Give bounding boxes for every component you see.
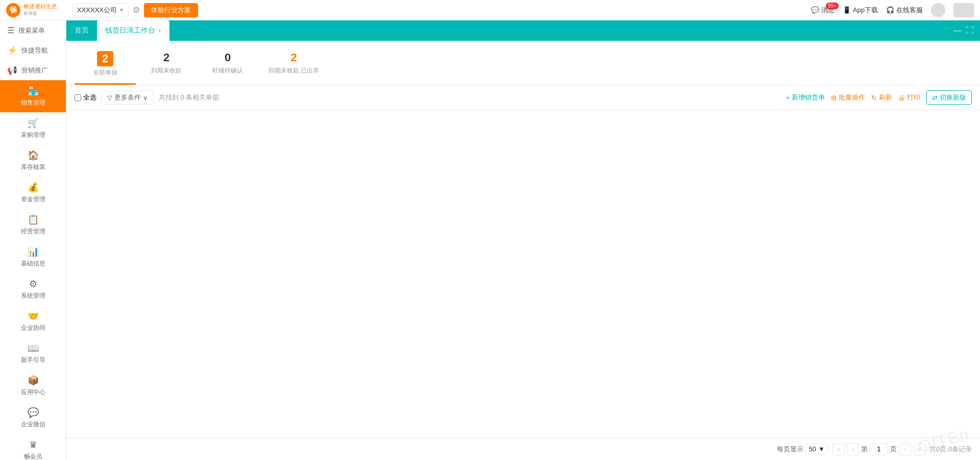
sidebar-item-marketing[interactable]: 📢 营销推广 <box>0 60 66 80</box>
sidebar-item-sales[interactable]: 🏪 销售管理 <box>0 80 66 112</box>
page-label: 第 <box>861 445 868 454</box>
sidebar-item-guide[interactable]: 📖 新手引导 <box>0 337 66 370</box>
add-btn-label: 新增销货单 <box>792 93 825 102</box>
company-selector[interactable]: XXXXXX公司 ▼ <box>72 3 129 17</box>
sidebar-item-app-center[interactable]: 📦 应用中心 <box>0 370 66 402</box>
sidebar-item-inventory[interactable]: 🏠 库存核算 <box>0 144 66 177</box>
page-nav: « ‹ 第 页 › » <box>832 443 925 455</box>
page-number-input[interactable] <box>870 443 888 455</box>
dropdown-arrow-icon: ▼ <box>818 445 825 453</box>
tab-active-label: 钱货日清工作台 <box>105 26 155 35</box>
sidebar-label-guide: 新手引导 <box>21 356 45 365</box>
toolbar-right: + 新增销货单 ⊞ 批量操作 ↻ 刷新 🖨 打印 <box>786 90 972 105</box>
crown-icon: ♛ <box>29 439 37 450</box>
print-label: 打印 <box>907 93 920 102</box>
stat-label-pending: 旺铺待确认 <box>207 66 248 75</box>
sidebar-label-operations: 经营管理 <box>21 227 45 236</box>
box-icon: 📦 <box>28 375 39 386</box>
refresh-button[interactable]: ↻ 刷新 <box>871 93 892 102</box>
last-page-button[interactable]: » <box>913 443 925 455</box>
sidebar-item-search-menu[interactable]: ☰ 搜索菜单 <box>0 20 66 40</box>
company-name: XXXXXX公司 <box>77 6 117 15</box>
avatar[interactable] <box>931 3 945 17</box>
stat-number-pending: 0 <box>225 51 231 64</box>
stat-label-all: 全部单据 <box>85 68 126 77</box>
batch-button[interactable]: ⊞ 批量操作 <box>831 93 865 102</box>
plus-icon: + <box>786 94 790 102</box>
stat-tab-pending[interactable]: 0 旺铺待确认 <box>197 47 258 85</box>
minimize-icon[interactable]: — <box>953 26 962 35</box>
found-text: 共找到 0 条相关单据 <box>159 93 219 102</box>
select-all-label: 全选 <box>83 93 96 102</box>
top-bar: 畅 畅捷通好生意 标准版 XXXXXX公司 ▼ ⚙ 体验行业方案 💬 消息 99… <box>0 0 980 20</box>
expand-icon[interactable]: ⛶ <box>966 26 974 35</box>
search-icon: ☰ <box>7 26 14 35</box>
cart-icon: 🛒 <box>28 117 39 129</box>
tab-home[interactable]: 首页 <box>66 20 97 41</box>
found-prefix: 共找到 <box>159 93 179 101</box>
page-size-select: 每页显示 50 ▼ <box>777 444 828 454</box>
chat-icon: 💬 <box>28 407 39 418</box>
page-size-dropdown[interactable]: 50 ▼ <box>805 444 828 454</box>
sidebar-item-member[interactable]: ♛ 畅会员 <box>0 434 66 460</box>
filter-label: 更多条件 <box>114 93 141 102</box>
sidebar-label-finance: 资金管理 <box>21 195 45 204</box>
filter-button[interactable]: ▽ 更多条件 ∨ <box>102 90 154 105</box>
online-service-button[interactable]: 🎧 在线客服 <box>886 6 923 15</box>
prev-page-button[interactable]: ‹ <box>847 443 859 455</box>
add-sales-button[interactable]: + 新增销货单 <box>786 93 825 102</box>
per-page-label: 每页显示 <box>777 445 803 454</box>
stat-tab-all[interactable]: 2 全部单据 <box>75 47 136 85</box>
close-icon[interactable]: × <box>158 28 161 34</box>
settings-icon[interactable]: ⚙ <box>133 5 140 15</box>
sidebar-item-system[interactable]: ⚙ 系统管理 <box>0 273 66 305</box>
stat-number-all: 2 <box>97 51 113 66</box>
report-icon: 📋 <box>28 214 39 225</box>
sidebar: ☰ 搜索菜单 ⚡ 快捷导航 📢 营销推广 🏪 销售管理 🛒 采购管理 🏠 库存核… <box>0 20 66 460</box>
stat-tab-overdue[interactable]: 2 到期未收款 <box>136 47 197 85</box>
app-download-label: App下载 <box>853 6 878 15</box>
sidebar-label-app-center: 应用中心 <box>21 388 45 397</box>
stats-tabs: 2 全部单据 2 到期未收款 0 旺铺待确认 2 到期未收款 已出库 <box>66 41 980 85</box>
sidebar-item-wechat[interactable]: 💬 企业微信 <box>0 402 66 434</box>
stat-number-overdue: 2 <box>163 51 169 64</box>
logo-badge: 标准版 <box>23 10 57 17</box>
service-icon: 🎧 <box>886 6 894 14</box>
print-icon: 🖨 <box>898 94 905 102</box>
page-size-value: 50 <box>809 445 816 453</box>
sidebar-label-wechat: 企业微信 <box>21 420 45 429</box>
app-download-button[interactable]: 📱 App下载 <box>843 6 878 15</box>
select-all-checkbox[interactable]: 全选 <box>75 93 96 102</box>
book-icon: 📖 <box>28 343 39 354</box>
sidebar-item-operations[interactable]: 📋 经营管理 <box>0 209 66 241</box>
sidebar-item-finance[interactable]: 💰 资金管理 <box>0 177 66 209</box>
print-button[interactable]: 🖨 打印 <box>898 93 920 102</box>
switch-version-button[interactable]: ⇄ 切换新版 <box>926 90 972 105</box>
sidebar-label-system: 系统管理 <box>21 292 45 300</box>
megaphone-icon: 📢 <box>7 65 17 75</box>
table-area <box>66 110 980 438</box>
download-icon: 📱 <box>843 6 851 14</box>
sidebar-item-purchase[interactable]: 🛒 采购管理 <box>0 112 66 144</box>
sidebar-item-cooperation[interactable]: 🤝 企业协同 <box>0 305 66 337</box>
tab-active[interactable]: 钱货日清工作台 × <box>97 20 169 41</box>
checkbox-input[interactable] <box>75 94 81 101</box>
toolbar: 全选 ▽ 更多条件 ∨ 共找到 0 条相关单据 + <box>66 85 980 110</box>
online-service-label: 在线客服 <box>896 6 923 15</box>
trial-button[interactable]: 体验行业方案 <box>144 3 198 17</box>
sidebar-item-quick-nav[interactable]: ⚡ 快捷导航 <box>0 40 66 60</box>
top-bar-right: 💬 消息 99+ 📱 App下载 🎧 在线客服 <box>811 3 974 17</box>
pagination: 每页显示 50 ▼ « ‹ 第 页 <box>66 438 980 460</box>
next-page-button[interactable]: › <box>899 443 911 455</box>
message-button[interactable]: 💬 消息 99+ <box>811 6 835 15</box>
logo-icon: 畅 <box>6 3 20 17</box>
main-layout: ☰ 搜索菜单 ⚡ 快捷导航 📢 营销推广 🏪 销售管理 🛒 采购管理 🏠 库存核… <box>0 20 980 460</box>
sidebar-item-base-info[interactable]: 📊 基础信息 <box>0 241 66 273</box>
tab-bar-actions: — ⛶ <box>953 26 980 35</box>
user-info[interactable] <box>953 3 974 17</box>
stat-tab-unshipped[interactable]: 2 到期未收款 已出库 <box>258 47 329 85</box>
chevron-down-icon: ▼ <box>119 7 124 13</box>
message-icon: 💬 <box>811 6 819 14</box>
switch-label: 切换新版 <box>940 93 966 102</box>
first-page-button[interactable]: « <box>832 443 845 455</box>
